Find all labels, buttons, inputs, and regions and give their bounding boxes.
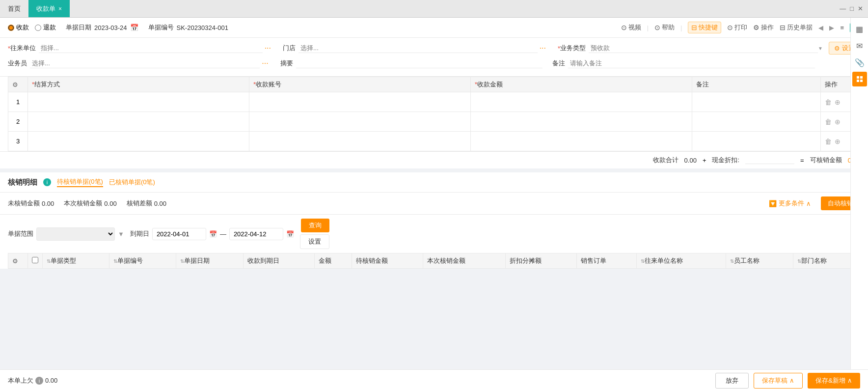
row1-copy-icon[interactable]: ⊕: [835, 98, 841, 106]
row1-amount[interactable]: [471, 92, 692, 112]
sidebar-table-icon[interactable]: ▦: [852, 22, 867, 36]
bth-dept-sort[interactable]: ⇅: [797, 258, 801, 264]
remark-input[interactable]: [568, 58, 815, 68]
bth-counterpart-sort[interactable]: ⇅: [641, 258, 645, 264]
row3-settlement[interactable]: [28, 132, 249, 151]
row2-delete-icon[interactable]: 🗑: [825, 118, 832, 126]
filter-icon: 🔽: [769, 200, 777, 207]
window-restore-icon[interactable]: □: [850, 5, 854, 12]
bth-check: [28, 253, 43, 269]
shortcut-btn[interactable]: ⊟ 快捷键: [688, 22, 721, 33]
footer-info-icon[interactable]: i: [35, 377, 43, 385]
row2-amount[interactable]: [471, 112, 692, 132]
range-select[interactable]: [36, 227, 115, 241]
counterpart-input[interactable]: [39, 43, 263, 53]
due-date-to[interactable]: [229, 228, 283, 240]
bth-type-sort[interactable]: ⇅: [47, 258, 51, 264]
bth-staff: ⇅员工名称: [726, 253, 793, 269]
row3-amount[interactable]: [471, 132, 692, 151]
tab-bar-right: — □ ✕: [840, 5, 868, 12]
table-setting-icon[interactable]: ⚙: [12, 81, 18, 88]
video-btn[interactable]: ⊙ 视频: [621, 23, 641, 32]
due-calendar-from-icon[interactable]: 📅: [209, 230, 217, 238]
help-btn[interactable]: ⊙ 帮助: [654, 23, 675, 32]
hexiao-pending-tab[interactable]: 待核销单据(0笔): [57, 177, 103, 187]
refund-radio-input[interactable]: [35, 25, 41, 31]
operation-btn[interactable]: ⚙ 操作: [753, 23, 774, 32]
nav-prev-icon[interactable]: ◀: [818, 24, 823, 31]
hexiao-done-tab[interactable]: 已核销单据(0笔): [109, 178, 155, 187]
receipt-radio-label: 收款: [16, 23, 29, 32]
due-date-from[interactable]: [152, 228, 206, 240]
bottom-table-setting-icon[interactable]: ⚙: [12, 257, 18, 265]
row3-copy-icon[interactable]: ⊕: [835, 138, 841, 145]
store-input[interactable]: [298, 43, 538, 53]
bth-date-sort[interactable]: ⇅: [180, 258, 184, 264]
staff-input[interactable]: [30, 58, 260, 68]
save-draft-btn[interactable]: 保存草稿 ∧: [754, 373, 803, 389]
save-new-btn[interactable]: 保存&新增 ∧: [808, 373, 860, 389]
row3-account[interactable]: [249, 132, 471, 151]
business-type-dropdown-icon[interactable]: ▼: [818, 46, 823, 51]
window-close-icon[interactable]: ✕: [858, 5, 863, 12]
row1-delete-icon[interactable]: 🗑: [825, 98, 832, 106]
counterpart-more-btn[interactable]: ···: [263, 44, 273, 53]
diff-value: 0.00: [154, 200, 166, 207]
current-hexiao-value: 0.00: [104, 200, 116, 207]
filter-set-btn[interactable]: 设置: [300, 234, 329, 249]
row3-note[interactable]: [692, 132, 821, 151]
row1-account[interactable]: [249, 92, 471, 112]
more-conditions-btn[interactable]: 🔽 更多条件 ∧: [769, 199, 811, 208]
bth-checkbox[interactable]: [32, 257, 38, 263]
print-btn[interactable]: ⊙ 打印: [727, 23, 747, 32]
receipt-refund-radio-group: 收款 退款: [8, 23, 56, 32]
diff-stat: 核销差额 0.00: [127, 199, 166, 208]
receipt-radio-input[interactable]: [8, 25, 14, 31]
refund-radio[interactable]: 退款: [35, 23, 56, 32]
remark-label: 备注: [552, 59, 565, 68]
staff-more-btn[interactable]: ···: [260, 59, 270, 68]
abandon-btn[interactable]: 放弃: [715, 373, 749, 389]
save-new-chevron-icon[interactable]: ∧: [847, 377, 852, 384]
main-table: ⚙ *结算方式 *收款账号 *收款金额 备注 操作: [8, 77, 860, 151]
window-minimize-icon[interactable]: —: [840, 5, 846, 12]
th-settlement-star: *: [32, 81, 34, 88]
store-more-btn[interactable]: ···: [538, 44, 548, 53]
list-icon[interactable]: ≡: [840, 24, 844, 31]
row1-settlement[interactable]: [28, 92, 249, 112]
history-btn[interactable]: ⊟ 历史单据: [780, 23, 813, 32]
table-body: 1 🗑 ⊕ 2: [8, 92, 860, 151]
tab-home[interactable]: 首页: [0, 0, 28, 17]
row2-settlement[interactable]: [28, 112, 249, 132]
summary-row: 收款合计 0.00 + 现金折扣: = 可核销金额 0.00: [0, 151, 868, 168]
help-label: 帮助: [662, 23, 675, 32]
tab-close-icon[interactable]: ×: [58, 5, 62, 12]
tab-receipt[interactable]: 收款单 ×: [28, 0, 70, 17]
due-calendar-to-icon[interactable]: 📅: [286, 230, 294, 238]
sidebar-expand-icon[interactable]: [852, 72, 867, 86]
sidebar-mail-icon[interactable]: ✉: [852, 38, 867, 53]
summary-input[interactable]: [296, 58, 543, 68]
th-settlement: *结算方式: [28, 77, 249, 92]
row2-account[interactable]: [249, 112, 471, 132]
footer-btns: 放弃 保存草稿 ∧ 保存&新增 ∧: [715, 373, 860, 389]
discount-input[interactable]: [745, 156, 794, 164]
range-dropdown-icon[interactable]: ▼: [118, 230, 124, 238]
hexiao-info-icon[interactable]: i: [43, 178, 51, 186]
nav-next-icon[interactable]: ▶: [829, 24, 834, 31]
row1-note[interactable]: [692, 92, 821, 112]
sidebar-attachment-icon[interactable]: 📎: [852, 55, 867, 70]
bth-staff-sort[interactable]: ⇅: [730, 258, 734, 264]
row2-note[interactable]: [692, 112, 821, 132]
row3-delete-icon[interactable]: 🗑: [825, 138, 832, 145]
th-account: *收款账号: [249, 77, 471, 92]
query-btn[interactable]: 查询: [301, 219, 329, 232]
bth-no-sort[interactable]: ⇅: [113, 258, 117, 264]
receipt-radio[interactable]: 收款: [8, 23, 29, 32]
form-fields: * 往来单位 ··· 门店 ··· * 业务类型 ▼ ⚙ 设置: [0, 38, 868, 77]
doc-date-calendar-icon[interactable]: 📅: [130, 24, 138, 31]
doc-date-value: 2023-03-24: [94, 24, 127, 31]
save-draft-chevron-icon[interactable]: ∧: [789, 377, 794, 384]
business-type-input[interactable]: [589, 43, 818, 53]
row2-copy-icon[interactable]: ⊕: [835, 118, 841, 126]
